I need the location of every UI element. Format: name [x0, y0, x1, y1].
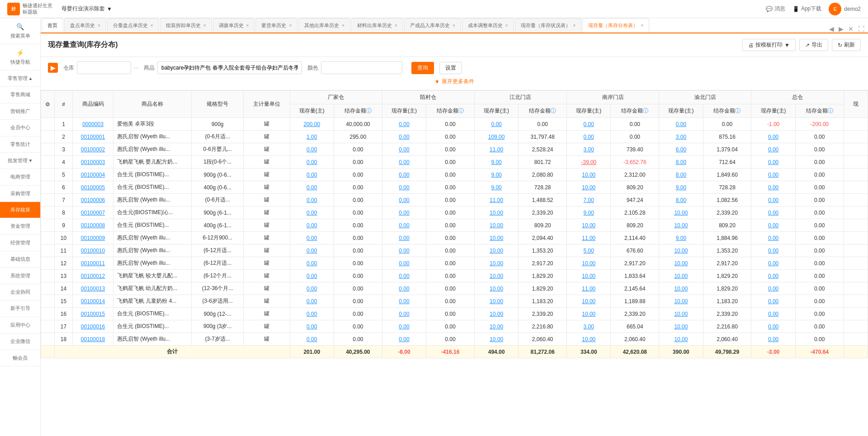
code-link[interactable]: 00100014: [81, 298, 105, 305]
mocun-qty-link[interactable]: 0.00: [399, 248, 409, 254]
total-qty-link[interactable]: 0.00: [768, 336, 778, 342]
expand-filter-btn[interactable]: ▶: [48, 63, 58, 73]
mocun-qty-link[interactable]: 0.00: [399, 184, 409, 191]
jiangbei-qty-link[interactable]: 10.00: [490, 248, 503, 254]
sidebar-item-member[interactable]: 会员中心: [0, 120, 40, 136]
product-input[interactable]: [157, 61, 302, 74]
sidebar-item-retail-stats[interactable]: 零售统计: [0, 136, 40, 153]
nanan-qty-link[interactable]: 10.00: [582, 222, 595, 229]
tab-prev-btn[interactable]: ◀: [827, 25, 836, 33]
code-link[interactable]: 00100007: [81, 210, 105, 216]
sidebar-item-system[interactable]: 系统管理: [0, 268, 40, 284]
nanan-qty-link[interactable]: 10.00: [582, 172, 595, 178]
yubei-qty-link[interactable]: 10.00: [674, 311, 688, 317]
code-link[interactable]: 00100012: [81, 273, 105, 279]
yubei-qty-link[interactable]: 9.00: [676, 184, 686, 191]
mocun-qty-link[interactable]: 0.00: [399, 235, 409, 241]
code-link[interactable]: 00100018: [81, 336, 105, 342]
tab-close-requisition[interactable]: ×: [289, 23, 292, 28]
code-link[interactable]: 00100001: [81, 134, 105, 140]
tab-transfer[interactable]: 调拨单历史 ×: [213, 18, 255, 33]
tab-close-cost-adjust[interactable]: ×: [505, 23, 508, 28]
sidebar-item-beginner[interactable]: 新手引导: [0, 300, 40, 317]
chanjia-qty-link[interactable]: 0.00: [307, 210, 317, 216]
warehouse-input[interactable]: [77, 61, 131, 74]
sidebar-item-wechat-work[interactable]: 企业微信: [0, 333, 40, 350]
yubei-qty-link[interactable]: 10.00: [674, 260, 688, 267]
code-link[interactable]: 00100005: [81, 184, 105, 191]
mocun-qty-link[interactable]: 0.00: [399, 336, 409, 342]
total-qty-link[interactable]: 0.00: [768, 235, 778, 241]
total-qty-link[interactable]: 0.00: [768, 323, 778, 330]
nanan-qty-link[interactable]: 10.00: [582, 336, 595, 342]
mocun-qty-link[interactable]: 0.00: [399, 311, 409, 317]
nanan-qty-link[interactable]: 0.00: [584, 121, 594, 127]
chanjia-qty-link[interactable]: 0.00: [307, 336, 317, 342]
mocun-qty-link[interactable]: 0.00: [399, 273, 409, 279]
jiangbei-qty-link[interactable]: 10.00: [490, 235, 503, 241]
jiangbei-qty-link[interactable]: 9.00: [491, 184, 501, 191]
sidebar-item-member-plus[interactable]: 畅会员: [0, 350, 40, 366]
total-qty-link[interactable]: 0.00: [768, 248, 778, 254]
yubei-qty-link[interactable]: 10.00: [674, 298, 688, 305]
tab-cost-adjust[interactable]: 成本调整单历史 ×: [462, 18, 514, 33]
mocun-qty-link[interactable]: 0.00: [399, 197, 409, 203]
mocun-qty-link[interactable]: 0.00: [399, 222, 409, 229]
code-link[interactable]: 00100016: [81, 323, 105, 330]
jiangbei-qty-link[interactable]: 11.00: [490, 146, 503, 153]
yubei-qty-link[interactable]: 8.00: [676, 159, 686, 165]
nanan-qty-link[interactable]: 10.00: [582, 184, 595, 191]
export-btn[interactable]: ↗ 导出: [799, 39, 828, 51]
tab-stock-dist[interactable]: 现存量（库存分布表） ×: [582, 18, 649, 33]
expand-more-conditions[interactable]: ▼ 展开更多条件: [434, 78, 474, 85]
jiangbei-qty-link[interactable]: 11.00: [490, 197, 503, 203]
chanjia-qty-link[interactable]: 0.00: [307, 184, 317, 191]
nanan-qty-link[interactable]: 3.00: [584, 323, 594, 330]
chanjia-qty-link[interactable]: 0.00: [307, 172, 317, 178]
code-link[interactable]: 00100011: [81, 260, 105, 267]
code-link[interactable]: 00100010: [81, 248, 105, 254]
tab-other-outbound[interactable]: 其他出库单历史 ×: [298, 18, 350, 33]
chanjia-qty-link[interactable]: 0.00: [307, 248, 317, 254]
chanjia-qty-link[interactable]: 0.00: [307, 323, 317, 330]
mocun-qty-link[interactable]: 0.00: [399, 260, 409, 267]
tenant-selector[interactable]: 母婴行业演示陈套 ▼: [61, 5, 112, 13]
nanan-qty-link[interactable]: 11.00: [582, 286, 595, 292]
code-link[interactable]: 00100003: [81, 159, 105, 165]
nanan-qty-link[interactable]: 7.00: [584, 197, 594, 203]
yubei-qty-link[interactable]: 8.00: [676, 172, 686, 178]
total-qty-link[interactable]: -1.00: [767, 121, 779, 127]
sidebar-item-basic-info[interactable]: 基础信息: [0, 251, 40, 267]
message-btn[interactable]: 💬 消息: [766, 5, 785, 13]
tab-requisition[interactable]: 要货单历史 ×: [255, 18, 297, 33]
yubei-qty-link[interactable]: 10.00: [674, 248, 688, 254]
nanan-qty-link[interactable]: 9.00: [584, 210, 594, 216]
total-qty-link[interactable]: 0.00: [768, 298, 778, 305]
mocun-qty-link[interactable]: 0.00: [399, 286, 409, 292]
sidebar-item-finance[interactable]: 资金管理: [0, 218, 40, 234]
sidebar-item-operations[interactable]: 经营管理: [0, 235, 40, 251]
jiangbei-qty-link[interactable]: 10.00: [490, 210, 503, 216]
yubei-qty-link[interactable]: 10.00: [674, 323, 688, 330]
yubei-qty-link[interactable]: 3.00: [676, 134, 686, 140]
nanan-qty-link[interactable]: 3.00: [584, 146, 594, 153]
tab-expand-btn[interactable]: ⛶: [856, 25, 866, 33]
jiangbei-qty-link[interactable]: 10.00: [490, 273, 503, 279]
code-link[interactable]: 00100006: [81, 197, 105, 203]
sidebar-item-ecommerce[interactable]: 电商管理: [0, 169, 40, 185]
tab-close-partial[interactable]: ×: [151, 23, 153, 28]
tab-next-btn[interactable]: ▶: [837, 25, 845, 33]
chanjia-qty-link[interactable]: 0.00: [307, 273, 317, 279]
total-qty-link[interactable]: 0.00: [768, 184, 778, 191]
nanan-qty-link[interactable]: 11.00: [582, 235, 595, 241]
total-qty-link[interactable]: 0.00: [768, 286, 778, 292]
query-btn[interactable]: 查询: [411, 62, 434, 74]
nanan-qty-link[interactable]: 10.00: [582, 260, 595, 267]
code-link[interactable]: 0000003: [82, 121, 104, 127]
code-link[interactable]: 00100002: [81, 146, 105, 153]
sidebar-item-corp-collab[interactable]: 企业协同: [0, 284, 40, 300]
chanjia-qty-link[interactable]: 0.00: [307, 222, 317, 229]
chanjia-qty-link[interactable]: 0.00: [307, 235, 317, 241]
sidebar-item-inventory[interactable]: 库存核算: [0, 202, 40, 218]
tab-partial-stocktake[interactable]: 分量盘点单历史 ×: [107, 18, 159, 33]
